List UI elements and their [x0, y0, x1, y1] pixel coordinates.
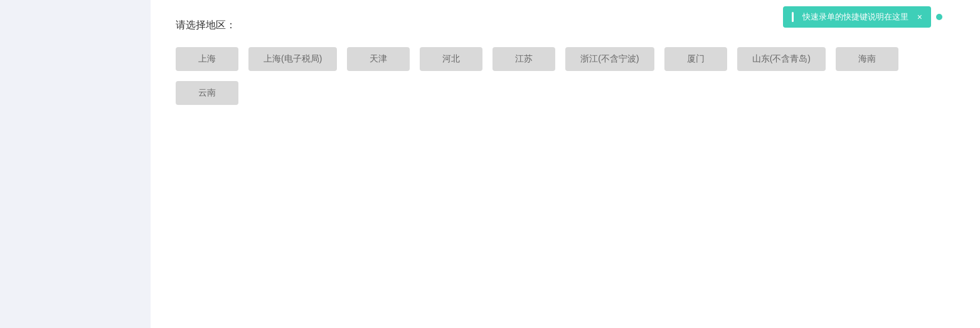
region-button-hainan[interactable]: 海南 [836, 47, 898, 71]
region-button-shanghai[interactable]: 上海 [176, 47, 238, 71]
tooltip-text: 快速录单的快捷键说明在这里 [802, 11, 908, 23]
region-button-xiamen[interactable]: 厦门 [664, 47, 727, 71]
tooltip-close-button[interactable]: × [917, 12, 922, 22]
region-buttons: 上海上海(电子税局)天津河北江苏浙江(不含宁波)厦门山东(不含青岛)海南云南 [176, 47, 955, 105]
region-button-jiangsu[interactable]: 江苏 [493, 47, 555, 71]
region-button-shanghai-etax[interactable]: 上海(电子税局) [248, 47, 337, 71]
main-content: 请选择地区： 上海上海(电子税局)天津河北江苏浙江(不含宁波)厦门山东(不含青岛… [151, 0, 980, 328]
tooltip-box: 快速录单的快捷键说明在这里 × [783, 6, 931, 28]
region-button-hebei[interactable]: 河北 [420, 47, 482, 71]
sidebar [0, 0, 151, 328]
region-button-zhejiang[interactable]: 浙江(不含宁波) [565, 47, 654, 71]
region-button-shandong[interactable]: 山东(不含青岛) [737, 47, 826, 71]
tooltip-dot [936, 14, 942, 20]
region-button-tianjin[interactable]: 天津 [347, 47, 410, 71]
region-button-yunnan[interactable]: 云南 [176, 81, 238, 105]
tooltip-container: 快速录单的快捷键说明在这里 × [783, 6, 942, 28]
